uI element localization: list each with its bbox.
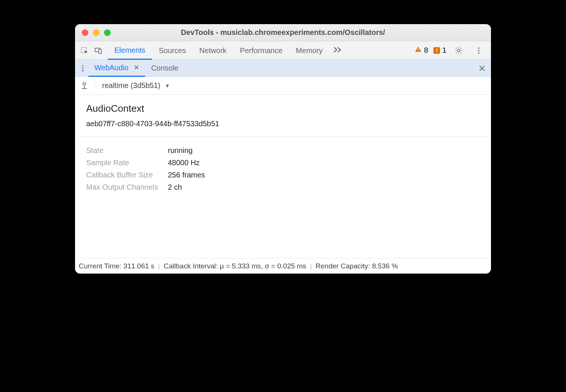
status-current-time: Current Time: 311.061 s <box>79 262 154 270</box>
svg-rect-3 <box>418 49 419 50</box>
drawer-tab-webaudio-label: WebAudio <box>94 63 129 72</box>
svg-point-8 <box>478 52 479 53</box>
garbage-collect-icon[interactable] <box>79 82 90 90</box>
context-selector-label: realtime (3d5b51) <box>102 81 160 90</box>
divider <box>75 136 491 137</box>
drawer-tab-console[interactable]: Console <box>145 60 184 77</box>
inspect-element-icon[interactable] <box>77 43 91 58</box>
prop-sample-rate-value: 48000 Hz <box>168 159 480 167</box>
divider: | <box>158 262 160 270</box>
svg-point-9 <box>82 65 84 66</box>
prop-buffer-value: 256 frames <box>168 171 480 179</box>
warnings-count: 8 <box>424 46 428 55</box>
status-bar: Current Time: 311.061 s | Callback Inter… <box>75 258 491 274</box>
warning-icon <box>414 46 422 55</box>
tab-network[interactable]: Network <box>193 42 233 59</box>
titlebar: DevTools - musiclab.chromeexperiments.co… <box>75 24 491 41</box>
main-tabs: Elements Sources Network Performance Mem… <box>108 41 347 60</box>
svg-point-10 <box>82 68 84 69</box>
minimize-window-button[interactable] <box>93 29 100 36</box>
tab-sources[interactable]: Sources <box>152 42 192 59</box>
drawer-more-icon[interactable] <box>77 61 88 75</box>
drawer-tab-console-label: Console <box>151 64 178 72</box>
warnings-counter[interactable]: 8 <box>414 46 428 55</box>
main-toolbar: Elements Sources Network Performance Mem… <box>75 41 491 60</box>
errors-count: 1 <box>442 46 446 55</box>
drawer-tab-webaudio[interactable]: WebAudio ✕ <box>88 60 145 77</box>
prop-sample-rate-label: Sample Rate <box>86 159 168 167</box>
svg-point-11 <box>82 70 84 71</box>
close-drawer-icon[interactable] <box>475 62 489 75</box>
drawer-toolbar: WebAudio ✕ Console <box>75 60 491 77</box>
prop-channels-label: Max Output Channels <box>86 183 168 192</box>
prop-state-label: State <box>86 146 168 155</box>
context-properties: State running Sample Rate 48000 Hz Callb… <box>86 146 480 192</box>
svg-point-7 <box>478 50 479 51</box>
tab-elements[interactable]: Elements <box>108 41 152 60</box>
status-callback-interval: Callback Interval: μ = 5.333 ms, σ = 0.0… <box>164 262 306 270</box>
prop-buffer-label: Callback Buffer Size <box>86 171 168 179</box>
more-options-icon[interactable] <box>472 43 486 58</box>
context-toolbar: realtime (3d5b51) ▼ <box>75 77 491 95</box>
status-render-capacity: Render Capacity: 8.536 % <box>316 262 398 270</box>
close-window-button[interactable] <box>82 29 88 36</box>
device-toolbar-icon[interactable] <box>91 43 105 58</box>
svg-rect-2 <box>99 49 101 53</box>
svg-point-5 <box>458 49 460 51</box>
context-uuid: aeb07ff7-c880-4703-944b-ff47533d5b51 <box>86 120 480 136</box>
context-title: AudioContext <box>86 103 480 114</box>
devtools-window: DevTools - musiclab.chromeexperiments.co… <box>75 24 491 274</box>
error-icon: ! <box>433 47 440 54</box>
prop-channels-value: 2 ch <box>168 183 480 192</box>
more-tabs-icon[interactable] <box>329 46 347 55</box>
svg-point-6 <box>478 47 479 49</box>
context-selector[interactable]: realtime (3d5b51) ▼ <box>102 81 170 90</box>
prop-state-value: running <box>168 146 480 155</box>
maximize-window-button[interactable] <box>104 29 111 36</box>
issue-counters: 8 ! 1 <box>414 46 446 55</box>
svg-rect-4 <box>418 50 419 51</box>
close-webaudio-icon[interactable]: ✕ <box>134 63 139 72</box>
settings-icon[interactable] <box>452 43 466 58</box>
webaudio-panel: AudioContext aeb07ff7-c880-4703-944b-ff4… <box>75 95 491 258</box>
window-controls <box>75 29 111 36</box>
window-title: DevTools - musiclab.chromeexperiments.co… <box>181 28 385 37</box>
divider: | <box>310 262 312 270</box>
divider <box>96 81 96 90</box>
tab-performance[interactable]: Performance <box>233 42 289 59</box>
chevron-down-icon: ▼ <box>165 83 170 89</box>
tab-memory[interactable]: Memory <box>289 42 329 59</box>
errors-counter[interactable]: ! 1 <box>433 46 446 55</box>
